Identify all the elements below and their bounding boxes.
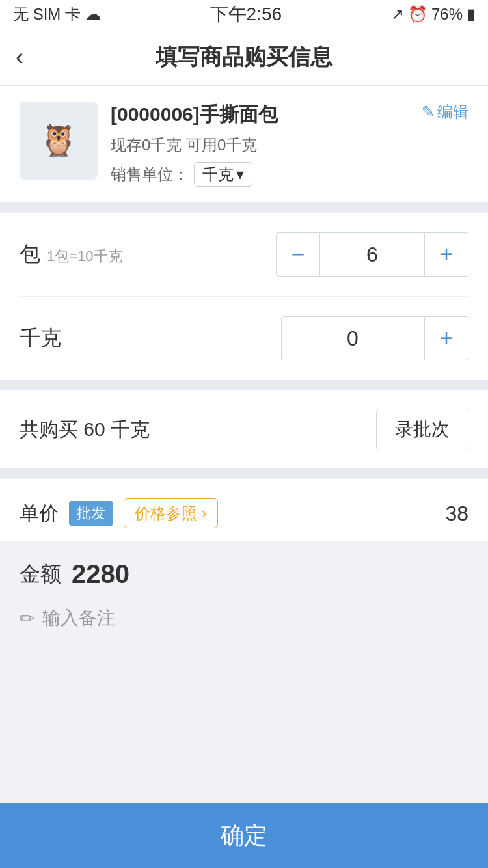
batch-button[interactable]: 录批次 <box>376 409 468 450</box>
divider-2 <box>0 380 488 390</box>
alarm-icon: ⏰ <box>408 5 427 23</box>
bao-sublabel: 1包=10千克 <box>47 247 122 266</box>
pencil-icon: ✏ <box>20 608 34 629</box>
edit-button[interactable]: ✎ 编辑 <box>422 102 468 122</box>
amount-row: 金额 2280 <box>20 560 468 589</box>
kg-row: 千克 + <box>20 297 468 380</box>
confirm-button[interactable]: 确定 <box>0 803 488 868</box>
summary-section: 共购买 60 千克 录批次 <box>0 390 488 468</box>
remark-row[interactable]: ✏ 输入备注 <box>20 599 468 644</box>
battery-icon: ▮ <box>467 5 475 23</box>
nav-bar: ‹ 填写商品购买信息 <box>0 29 488 86</box>
battery-label: 76% <box>431 5 463 23</box>
kg-quantity-input[interactable] <box>281 316 424 360</box>
back-button[interactable]: ‹ <box>16 44 23 71</box>
price-row: 单价 批发 价格参照 › 38 <box>20 498 468 528</box>
kg-label: 千克 <box>20 324 61 353</box>
price-value: 38 <box>445 502 468 526</box>
kg-plus-button[interactable]: + <box>424 316 468 360</box>
product-logo-icon: 🦉 <box>39 122 78 159</box>
bao-plus-button[interactable]: + <box>424 232 468 277</box>
summary-text: 共购买 60 千克 <box>20 416 150 443</box>
product-info: [0000006]手撕面包 现存0千克 可用0千克 销售单位： 千克 ▾ <box>111 102 409 187</box>
bao-quantity-input[interactable] <box>320 232 424 277</box>
product-name: [0000006]手撕面包 <box>111 102 409 128</box>
divider-3 <box>0 468 488 479</box>
status-left: 无 SIM 卡 ☁ <box>13 4 101 25</box>
bao-minus-button[interactable]: − <box>276 232 320 277</box>
status-bar: 无 SIM 卡 ☁ 下午2:56 ↗ ⏰ 76% ▮ <box>0 0 488 29</box>
kg-quantity-ctrl: + <box>281 316 468 360</box>
sim-label: 无 SIM 卡 ☁ <box>13 4 101 25</box>
price-section: 单价 批发 价格参照 › 38 <box>0 479 488 541</box>
price-label: 单价 <box>20 500 59 527</box>
status-right: ↗ ⏰ 76% ▮ <box>391 5 475 23</box>
divider-1 <box>0 202 488 213</box>
product-unit-row: 销售单位： 千克 ▾ <box>111 162 409 187</box>
amount-section: 金额 2280 ✏ 输入备注 <box>0 541 488 644</box>
input-section: 包 1包=10千克 − + 千克 + <box>0 213 488 380</box>
unit-select[interactable]: 千克 ▾ <box>194 162 252 187</box>
bao-quantity-ctrl: − + <box>276 232 468 277</box>
empty-area <box>0 644 488 826</box>
unit-label: 销售单位： <box>111 164 189 185</box>
amount-label: 金额 <box>20 560 61 589</box>
remark-placeholder: 输入备注 <box>42 606 115 631</box>
price-ref-button[interactable]: 价格参照 › <box>124 498 218 528</box>
bao-label: 包 1包=10千克 <box>20 240 122 269</box>
product-section: 🦉 [0000006]手撕面包 现存0千克 可用0千克 销售单位： 千克 ▾ ✎… <box>0 86 488 202</box>
product-stock: 现存0千克 可用0千克 <box>111 135 409 156</box>
status-time: 下午2:56 <box>210 2 282 27</box>
bao-row: 包 1包=10千克 − + <box>20 213 468 297</box>
amount-value: 2280 <box>72 560 129 589</box>
product-image: 🦉 <box>20 102 98 180</box>
location-icon: ↗ <box>391 5 404 23</box>
price-tag: 批发 <box>69 501 113 526</box>
chevron-down-icon: ▾ <box>236 165 244 183</box>
edit-icon: ✎ <box>422 103 435 121</box>
page-title: 填写商品购买信息 <box>156 42 332 72</box>
